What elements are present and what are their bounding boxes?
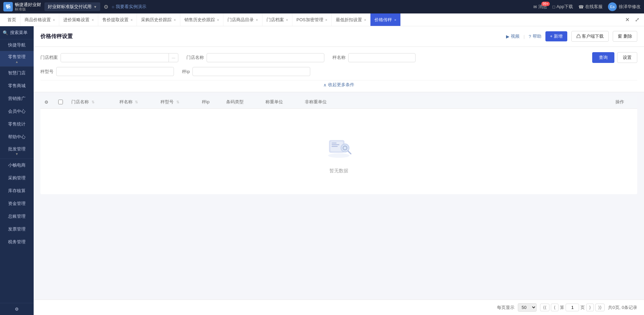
messages-button[interactable]: ✉ 消息 99+ <box>533 4 547 10</box>
filter-scale-ip: 秤ip <box>182 67 310 76</box>
search-icon: 🔍 <box>3 30 8 35</box>
page-size-label: 每页显示 <box>497 305 514 311</box>
store-name-label: 门店名称 <box>186 55 204 61</box>
th-scale-name: 秤名称 ⇅ <box>115 96 157 109</box>
logo-area: 畅 畅捷通好业财 标准版 <box>3 2 41 12</box>
tab-price-setting[interactable]: 商品价格设置 × <box>21 13 59 26</box>
client-download-button[interactable]: 凸 客户端下载 <box>571 31 609 42</box>
app-download-button[interactable]: □ App下载 <box>552 4 573 10</box>
page-number-input[interactable] <box>566 304 579 311</box>
page-label: 算 <box>560 305 564 311</box>
sidebar-item-inventory[interactable]: 库存核算 <box>0 184 34 197</box>
maximize-tab-icon[interactable]: ⤢ <box>634 15 641 24</box>
demo-link[interactable]: ○ 我要看实例演示 <box>112 4 146 10</box>
tab-purchase-strategy[interactable]: 进价策略设置 × <box>59 13 98 26</box>
scale-model-label: 秤型号 <box>40 69 53 75</box>
sidebar-item-marketing[interactable]: 营销推广 <box>0 92 34 105</box>
sidebar-item-retail-stats[interactable]: 零售统计 <box>0 118 34 131</box>
topbar-settings-icon[interactable]: ⚙ <box>104 4 108 10</box>
tab-sale-setting[interactable]: 售价提取设置 × <box>98 13 137 26</box>
chevron-up-icon: ∧ <box>323 82 327 88</box>
sidebar-item-purchase-mgmt[interactable]: 采购管理 <box>0 172 34 184</box>
last-page-button[interactable]: ⟩⟩ <box>595 304 605 311</box>
close-tab-min-discount[interactable]: × <box>364 18 366 22</box>
settings-icon[interactable]: ⚙ <box>44 100 48 105</box>
message-icon: ✉ <box>533 4 537 9</box>
prev-page-button[interactable]: ⟨ <box>551 304 559 311</box>
main-layout: 🔍 搜索菜单 快捷导航 零售管理 ▲ 智慧门店 零售商城 营销推广 会员中心 零… <box>0 26 644 315</box>
close-tab-store-catalog[interactable]: × <box>256 18 258 22</box>
chevron-down-icon: ▼ <box>15 152 19 156</box>
sidebar-item-retail-mall[interactable]: 零售商城 <box>0 79 34 92</box>
close-tab-icon[interactable]: ✕ <box>624 15 631 24</box>
sidebar-item-tax-mgmt[interactable]: 税务管理 <box>0 236 34 248</box>
video-icon: ▶ <box>506 34 509 39</box>
sidebar-item-invoice-mgmt[interactable]: 发票管理 <box>0 223 34 236</box>
scale-model-input[interactable] <box>56 67 174 76</box>
top-right-area: ✉ 消息 99+ □ App下载 ☎ 在线客服 Ea 徐泽华修改 <box>533 2 641 11</box>
store-file-input[interactable] <box>61 54 169 62</box>
sidebar-item-retail-mgmt[interactable]: 零售管理 ▲ <box>0 51 34 67</box>
add-button[interactable]: + 新增 <box>545 31 567 41</box>
select-all-checkbox[interactable] <box>58 100 63 104</box>
tab-price-scale[interactable]: 价格传秤 × <box>370 13 400 26</box>
close-tab-sale-history[interactable]: × <box>217 18 219 22</box>
sidebar-settings-button[interactable]: ⚙ <box>0 303 34 315</box>
sidebar-item-help-center[interactable]: 帮助中心 <box>0 131 34 143</box>
filter-row-1: 门店档案 ··· 门店名称 秤名称 查询 <box>40 52 637 63</box>
first-page-button[interactable]: ⟨⟨ <box>540 304 549 311</box>
store-file-label: 门店档案 <box>40 55 58 61</box>
sidebar-item-xiaochange[interactable]: 小畅电商 <box>0 159 34 172</box>
sidebar-quick-nav[interactable]: 快捷导航 <box>0 39 34 51</box>
store-file-input-wrapper: ··· <box>61 53 178 62</box>
video-link[interactable]: ▶ 视频 <box>506 33 520 39</box>
ellipsis-button[interactable]: ··· <box>169 54 178 62</box>
gear-icon: ⚙ <box>15 307 19 312</box>
sort-scale-name-icon[interactable]: ⇅ <box>135 100 138 104</box>
headset-icon: ☎ <box>578 4 584 9</box>
th-operation: 操作 <box>611 96 637 109</box>
sidebar-item-smart-store[interactable]: 智慧门店 <box>0 67 34 79</box>
delete-button[interactable]: 窗 删除 <box>613 31 637 42</box>
tab-home[interactable]: 首页 <box>3 13 21 26</box>
tab-sale-history[interactable]: 销售历史价跟踪 × <box>180 13 223 26</box>
sidebar-item-wholesale-mgmt[interactable]: 批发管理 ▼ <box>0 143 34 159</box>
tab-min-discount[interactable]: 最低折扣设置 × <box>332 13 370 26</box>
tab-pos-manage[interactable]: POS加密管理 × <box>292 13 332 26</box>
settings-filter-button[interactable]: 设置 <box>617 52 637 63</box>
scale-name-input[interactable] <box>348 53 416 62</box>
collapse-button[interactable]: ∧ 收起更多条件 <box>40 80 637 89</box>
version-selector[interactable]: 好业财标准版交付试用 ▼ <box>44 2 100 11</box>
store-name-input[interactable] <box>207 53 324 62</box>
query-button[interactable]: 查询 <box>592 52 614 63</box>
close-tab-purchase-history[interactable]: × <box>174 18 176 22</box>
tab-store-catalog[interactable]: 门店商品目录 × <box>223 13 262 26</box>
th-weight-unit: 称重单位 <box>261 96 301 109</box>
filter-buttons: 查询 设置 <box>592 52 637 63</box>
close-tab-purchase-strategy[interactable]: × <box>92 18 94 22</box>
scale-ip-input[interactable] <box>192 67 310 76</box>
sort-store-name-icon[interactable]: ⇅ <box>92 100 95 104</box>
next-page-button[interactable]: ⟩ <box>586 304 594 311</box>
tab-store-file[interactable]: 门店档案 × <box>262 13 292 26</box>
svg-line-8 <box>348 151 351 154</box>
th-store-name: 门店名称 ⇅ <box>67 96 115 109</box>
close-tab-pos-manage[interactable]: × <box>325 18 327 22</box>
sidebar-search[interactable]: 🔍 搜索菜单 <box>0 26 34 39</box>
page-size-select[interactable]: 50 10 20 100 <box>518 303 537 312</box>
online-service-button[interactable]: ☎ 在线客服 <box>578 4 603 10</box>
tab-purchase-history[interactable]: 采购历史价跟踪 × <box>137 13 180 26</box>
close-tab-price-scale[interactable]: × <box>394 18 396 22</box>
sidebar-item-general-ledger[interactable]: 总账管理 <box>0 210 34 223</box>
close-tab-price-setting[interactable]: × <box>53 18 55 22</box>
sidebar-item-member-center[interactable]: 会员中心 <box>0 105 34 118</box>
user-menu[interactable]: Ea 徐泽华修改 <box>608 2 641 11</box>
help-link[interactable]: ? 帮助 <box>529 33 541 39</box>
dropdown-arrow-icon: ▼ <box>94 5 97 9</box>
page-suffix: 页 <box>580 305 585 311</box>
sidebar-item-capital-mgmt[interactable]: 资金管理 <box>0 197 34 210</box>
sort-scale-model-icon[interactable]: ⇅ <box>176 100 179 104</box>
close-tab-store-file[interactable]: × <box>286 18 288 22</box>
close-tab-sale-setting[interactable]: × <box>131 18 133 22</box>
scale-ip-label: 秤ip <box>182 69 190 75</box>
